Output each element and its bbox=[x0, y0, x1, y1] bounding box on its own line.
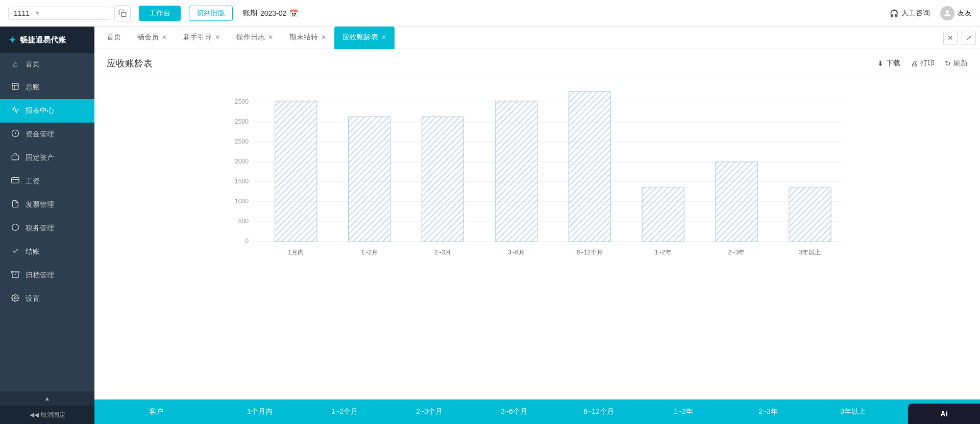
svg-rect-39 bbox=[642, 187, 684, 242]
col-1m: 1个月内 bbox=[217, 407, 302, 416]
svg-rect-9 bbox=[12, 271, 19, 273]
sidebar-item-label-home: 首页 bbox=[26, 60, 40, 69]
tab-home[interactable]: 首页 bbox=[99, 27, 129, 49]
payroll-icon bbox=[10, 176, 20, 186]
user-menu[interactable]: 友友 bbox=[940, 6, 972, 20]
tabs-actions: ✕ ⤢ bbox=[943, 31, 976, 45]
sidebar-item-label-invoice: 发票管理 bbox=[26, 200, 54, 209]
tab-member-label: 畅会员 bbox=[137, 33, 159, 42]
sidebar-scroll-up[interactable]: ▲ bbox=[0, 391, 94, 406]
sidebar: ✦ 畅捷通易代账 ⌂ 首页 总账 报表中心 bbox=[0, 27, 94, 424]
aging-chart: 2500 2500 2500 2000 1500 1000 500 0 bbox=[107, 86, 968, 275]
col-1-2m: 1~2个月 bbox=[302, 407, 387, 416]
sidebar-item-home[interactable]: ⌂ 首页 bbox=[0, 53, 94, 76]
tab-guide-close[interactable]: ✕ bbox=[215, 34, 220, 41]
calendar-icon[interactable]: 📅 bbox=[289, 9, 298, 17]
print-icon: 🖨 bbox=[911, 59, 918, 67]
sidebar-item-label-funds: 资金管理 bbox=[26, 130, 54, 139]
svg-text:500: 500 bbox=[238, 218, 249, 225]
svg-point-11 bbox=[14, 297, 16, 299]
svg-rect-2 bbox=[12, 83, 18, 89]
page-header: 应收账龄表 ⬇ 下载 🖨 打印 ↻ 刷新 bbox=[94, 49, 980, 78]
svg-rect-43 bbox=[789, 187, 831, 242]
table-header: 客户 1个月内 1~2个月 2~3个月 3~6个月 6~12个月 1~2年 2~… bbox=[94, 399, 980, 424]
invoice-icon bbox=[10, 200, 20, 210]
period-info: 账期 2023-02 📅 bbox=[243, 9, 298, 18]
sidebar-item-assets[interactable]: 固定资产 bbox=[0, 146, 94, 170]
page-title: 应收账龄表 bbox=[107, 57, 153, 69]
svg-rect-0 bbox=[121, 12, 126, 17]
svg-text:3年以上: 3年以上 bbox=[799, 249, 821, 256]
tab-aging-close[interactable]: ✕ bbox=[381, 34, 386, 41]
svg-text:2000: 2000 bbox=[235, 158, 249, 165]
sidebar-item-settings[interactable]: 设置 bbox=[0, 287, 94, 311]
tab-aging[interactable]: 应收账龄表 ✕ bbox=[334, 27, 395, 49]
svg-text:2~3年: 2~3年 bbox=[728, 249, 745, 256]
tab-guide[interactable]: 新手引导 ✕ bbox=[175, 27, 228, 49]
tab-oplog-close[interactable]: ✕ bbox=[268, 34, 273, 41]
tab-closing-close[interactable]: ✕ bbox=[321, 34, 326, 41]
sidebar-item-invoice[interactable]: 发票管理 bbox=[0, 193, 94, 217]
period-value: 2023-02 bbox=[260, 9, 286, 17]
download-button[interactable]: ⬇ 下载 bbox=[877, 59, 900, 68]
sidebar-item-reports[interactable]: 报表中心 bbox=[0, 99, 94, 123]
col-1-2y: 1~2年 bbox=[641, 407, 726, 416]
sidebar-item-label-assets: 固定资产 bbox=[26, 153, 54, 162]
tab-oplog[interactable]: 操作日志 ✕ bbox=[228, 27, 281, 49]
svg-text:2500: 2500 bbox=[235, 138, 249, 145]
svg-rect-35 bbox=[495, 101, 537, 242]
close-tab-button[interactable]: ✕ bbox=[943, 31, 958, 45]
svg-rect-31 bbox=[349, 117, 390, 242]
tab-closing[interactable]: 期末结转 ✕ bbox=[281, 27, 334, 49]
logo-text: 畅捷通易代账 bbox=[20, 35, 66, 45]
page-actions: ⬇ 下载 🖨 打印 ↻ 刷新 bbox=[877, 59, 968, 68]
refresh-icon: ↻ bbox=[945, 59, 951, 67]
funds-icon bbox=[10, 129, 20, 139]
pin-icon: ◀◀ bbox=[30, 411, 39, 418]
sidebar-item-payroll[interactable]: 工资 bbox=[0, 170, 94, 193]
headset-icon: 🎧 bbox=[890, 9, 898, 17]
cancel-fixed-button[interactable]: ◀◀ 取消固定 bbox=[0, 406, 94, 424]
ai-button[interactable]: Ai bbox=[908, 404, 980, 424]
svg-text:2500: 2500 bbox=[235, 118, 249, 125]
col-2-3y: 2~3年 bbox=[726, 407, 811, 416]
tab-member[interactable]: 畅会员 ✕ bbox=[129, 27, 175, 49]
svg-text:2500: 2500 bbox=[235, 98, 249, 105]
svg-text:3~6月: 3~6月 bbox=[508, 249, 525, 256]
archive-icon bbox=[10, 270, 20, 280]
consult-button[interactable]: 🎧 人工咨询 bbox=[890, 9, 930, 18]
tabs-bar: 首页 畅会员 ✕ 新手引导 ✕ 操作日志 ✕ 期末结转 ✕ 应收账龄表 ✕ bbox=[94, 27, 980, 49]
main-layout: ✦ 畅捷通易代账 ⌂ 首页 总账 报表中心 bbox=[0, 27, 980, 424]
workbench-button[interactable]: 工作台 bbox=[139, 6, 181, 21]
sidebar-item-ledger[interactable]: 总账 bbox=[0, 76, 94, 99]
tab-home-label: 首页 bbox=[107, 33, 121, 42]
company-selector[interactable]: 1111 ▼ bbox=[8, 7, 110, 20]
tab-aging-label: 应收账龄表 bbox=[342, 33, 378, 42]
svg-rect-6 bbox=[12, 155, 18, 160]
col-3y-plus: 3年以上 bbox=[811, 407, 895, 416]
home-icon: ⌂ bbox=[10, 60, 20, 69]
tab-member-close[interactable]: ✕ bbox=[162, 34, 167, 41]
print-button[interactable]: 🖨 打印 bbox=[911, 59, 935, 68]
svg-rect-29 bbox=[275, 101, 317, 242]
svg-rect-41 bbox=[716, 162, 757, 242]
expand-tab-button[interactable]: ⤢ bbox=[962, 31, 976, 45]
svg-point-1 bbox=[946, 10, 949, 13]
svg-text:1~2年: 1~2年 bbox=[655, 249, 672, 256]
sidebar-item-tax[interactable]: 税务管理 bbox=[0, 217, 94, 240]
company-name: 1111 bbox=[14, 9, 30, 17]
sidebar-logo: ✦ 畅捷通易代账 bbox=[0, 27, 94, 53]
sidebar-item-archive[interactable]: 归档管理 bbox=[0, 264, 94, 287]
copy-button[interactable] bbox=[114, 5, 131, 21]
refresh-button[interactable]: ↻ 刷新 bbox=[945, 59, 968, 68]
sidebar-item-label-archive: 归档管理 bbox=[26, 271, 54, 280]
closing-icon bbox=[10, 247, 20, 257]
svg-text:1月内: 1月内 bbox=[288, 249, 304, 256]
sidebar-item-label-settings: 设置 bbox=[26, 294, 40, 303]
ledger-icon bbox=[10, 82, 20, 92]
switch-version-button[interactable]: 切到旧版 bbox=[189, 6, 233, 21]
sidebar-item-funds[interactable]: 资金管理 bbox=[0, 123, 94, 146]
sidebar-scroll: ⌂ 首页 总账 报表中心 资金管理 bbox=[0, 53, 94, 391]
col-6-12m: 6~12个月 bbox=[556, 407, 641, 416]
sidebar-item-closing[interactable]: 结账 bbox=[0, 240, 94, 264]
